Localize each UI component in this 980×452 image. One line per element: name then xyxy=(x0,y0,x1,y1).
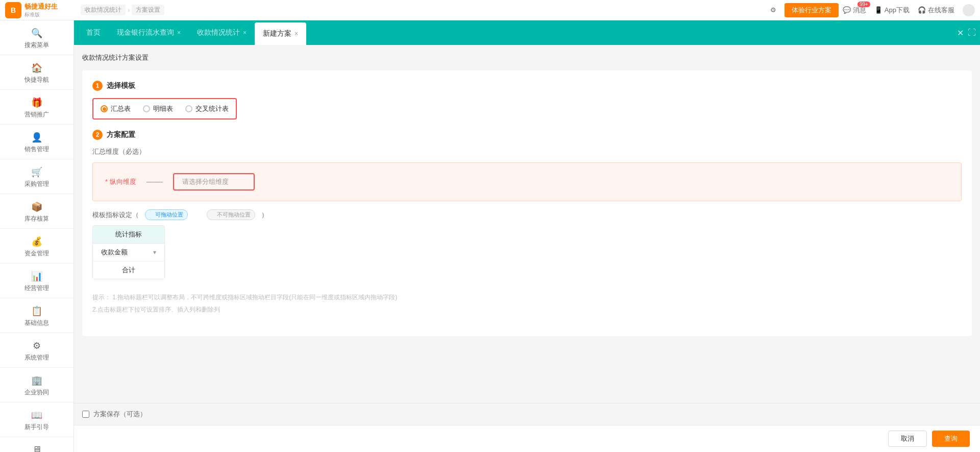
sidebar: 🔍 搜索菜单 🏠 快捷导航 🎁 营销推广 👤 销售管理 🛒 采购管理 📦 库存核… xyxy=(0,20,74,452)
metrics-row1: 收款金额 ▾ xyxy=(93,244,164,261)
tip-2: 2.点击标题栏下拉可设置排序、插入列和删除列 xyxy=(92,303,962,316)
main-layout: 🔍 搜索菜单 🏠 快捷导航 🎁 营销推广 👤 销售管理 🛒 采购管理 📦 库存核… xyxy=(0,20,980,452)
tab-expand-icon[interactable]: ⛶ xyxy=(968,28,976,38)
system-icon: ⚙ xyxy=(33,340,41,351)
step1-section: 1 选择模板 汇总表 明细表 xyxy=(92,81,962,120)
search-icon: 🔍 xyxy=(31,28,42,39)
tab-bank-close[interactable]: × xyxy=(177,29,181,36)
draggable-badge: 可拖动位置 xyxy=(145,209,188,220)
tab-close-all-icon[interactable]: ✕ xyxy=(957,28,964,38)
sidebar-item-system[interactable]: ⚙ 系统管理 xyxy=(0,333,74,368)
tab-collection-label: 收款情况统计 xyxy=(197,28,240,37)
vertical-label: * 纵向维度 xyxy=(105,177,136,186)
tab-collection-close[interactable]: × xyxy=(243,29,247,36)
sidebar-label-search: 搜索菜单 xyxy=(24,41,49,50)
save-checkbox[interactable] xyxy=(82,411,89,418)
sidebar-item-basic[interactable]: 📋 基础信息 xyxy=(0,298,74,333)
tab-new-plan[interactable]: 新建方案 × xyxy=(255,22,306,45)
sidebar-item-finance[interactable]: 💰 资金管理 xyxy=(0,229,74,264)
message-item[interactable]: 💬 消息 99+ xyxy=(843,6,866,15)
tab-collection[interactable]: 收款情况统计 × xyxy=(189,20,255,45)
logo-sub: 标准版 xyxy=(24,11,58,18)
marketing-icon: 🎁 xyxy=(31,97,42,108)
query-button[interactable]: 查询 xyxy=(932,431,970,447)
radio-cross[interactable]: 交叉统计表 xyxy=(185,104,229,113)
logo: B 畅捷通好生 标准版 xyxy=(5,2,77,18)
dimension-select[interactable]: 请选择分组维度 xyxy=(173,173,255,191)
page-content: 收款情况统计方案设置 1 选择模板 汇总表 xyxy=(74,45,980,403)
tab-home-label: 首页 xyxy=(86,28,101,37)
dimension-config-title: 汇总维度（必选） xyxy=(92,147,962,156)
user-avatar[interactable] xyxy=(963,4,975,16)
trial-button[interactable]: 体验行业方案 xyxy=(785,3,839,17)
sidebar-item-management[interactable]: 📊 经营管理 xyxy=(0,264,74,298)
sidebar-item-home[interactable]: 🏠 快捷导航 xyxy=(0,55,74,90)
metrics-row1-dropdown[interactable]: ▾ xyxy=(153,249,156,256)
metrics-section: 模板指标设定（ 可拖动位置 不可拖动位置 ） 统计指标 收款金额 xyxy=(92,209,962,281)
breadcrumb-bar: 收款情况统计 › 方案设置 xyxy=(81,5,762,15)
tab-new-plan-label: 新建方案 xyxy=(263,29,291,38)
sidebar-label-marketing: 营销推广 xyxy=(24,110,49,119)
page-title: 收款情况统计方案设置 xyxy=(82,53,972,62)
sidebar-item-guide[interactable]: 📖 新手引导 xyxy=(0,402,74,437)
dimension-box: * 纵向维度 —— 请选择分组维度 xyxy=(92,162,962,201)
sidebar-item-hardware[interactable]: 🖥 智能硬件 xyxy=(0,437,74,452)
download-item[interactable]: 📱 App下载 xyxy=(874,6,910,15)
settings-icon[interactable]: ⚙ xyxy=(766,3,780,17)
support-item[interactable]: 🎧 在线客服 xyxy=(918,6,954,15)
metrics-end: ） xyxy=(261,210,268,220)
breadcrumb-text: 收款情况统计 xyxy=(81,5,126,15)
radio-summary[interactable]: 汇总表 xyxy=(101,104,131,113)
inventory-icon: 📦 xyxy=(31,201,42,212)
sidebar-label-enterprise: 企业协同 xyxy=(24,388,49,397)
config-section: 汇总维度（必选） * 纵向维度 —— 请选择分组维度 模板指标设定（ xyxy=(92,147,962,316)
sidebar-item-enterprise[interactable]: 🏢 企业协同 xyxy=(0,368,74,402)
sidebar-item-purchase[interactable]: 🛒 采购管理 xyxy=(0,159,74,194)
guide-icon: 📖 xyxy=(31,410,42,421)
sales-icon: 👤 xyxy=(31,132,42,143)
step1-header: 1 选择模板 xyxy=(92,81,962,91)
step2-header: 2 方案配置 xyxy=(92,130,962,140)
metrics-row2-text: 合计 xyxy=(122,266,135,274)
sidebar-label-sales: 销售管理 xyxy=(24,145,49,154)
save-section: 方案保存（可选） xyxy=(74,403,980,425)
purchase-icon: 🛒 xyxy=(31,166,42,178)
step1-num: 1 xyxy=(92,81,103,91)
metrics-label-text: 模板指标设定（ xyxy=(92,210,139,220)
sidebar-label-finance: 资金管理 xyxy=(24,249,49,258)
logo-text-group: 畅捷通好生 标准版 xyxy=(24,2,58,18)
cancel-button[interactable]: 取消 xyxy=(888,431,927,447)
metrics-row2: 合计 xyxy=(93,261,164,279)
sidebar-label-system: 系统管理 xyxy=(24,353,49,362)
sidebar-item-marketing[interactable]: 🎁 营销推广 xyxy=(0,90,74,125)
metrics-sep xyxy=(194,210,201,220)
logo-text: 畅捷通好生 xyxy=(24,2,58,11)
metrics-label-row: 模板指标设定（ 可拖动位置 不可拖动位置 ） xyxy=(92,209,962,220)
sidebar-item-sales[interactable]: 👤 销售管理 xyxy=(0,125,74,159)
metrics-row1-text: 收款金额 xyxy=(101,248,128,257)
sidebar-label-home: 快捷导航 xyxy=(24,76,49,84)
tab-new-plan-close[interactable]: × xyxy=(295,30,298,37)
sidebar-item-inventory[interactable]: 📦 库存核算 xyxy=(0,194,74,229)
sidebar-label-inventory: 库存核算 xyxy=(24,215,49,223)
metrics-header: 统计指标 xyxy=(93,226,164,244)
tip-1: 提示： 1.拖动标题栏可以调整布局，不可跨维度或指标区域拖动栏目字段(只能在同一… xyxy=(92,291,962,303)
breadcrumb-sub: 方案设置 xyxy=(132,5,164,15)
save-label: 方案保存（可选） xyxy=(93,410,146,419)
radio-summary-circle xyxy=(101,105,108,112)
metrics-table: 统计指标 收款金额 ▾ 合计 xyxy=(92,225,165,279)
sidebar-label-guide: 新手引导 xyxy=(24,423,49,432)
tab-bank[interactable]: 现金银行流水查询 × xyxy=(109,20,189,45)
form-card: 1 选择模板 汇总表 明细表 xyxy=(82,70,972,336)
home-icon: 🏠 xyxy=(31,62,42,74)
sidebar-item-search[interactable]: 🔍 搜索菜单 xyxy=(0,20,74,55)
radio-summary-label: 汇总表 xyxy=(111,104,131,113)
sidebar-label-management: 经营管理 xyxy=(24,284,49,293)
radio-detail[interactable]: 明细表 xyxy=(143,104,173,113)
sidebar-label-purchase: 采购管理 xyxy=(24,180,49,188)
tab-bank-label: 现金银行流水查询 xyxy=(117,28,174,37)
breadcrumb-arrow: › xyxy=(128,6,130,14)
message-badge: 99+ xyxy=(857,2,870,7)
tips-section: 提示： 1.拖动标题栏可以调整布局，不可跨维度或指标区域拖动栏目字段(只能在同一… xyxy=(92,291,962,316)
tab-home[interactable]: 首页 xyxy=(78,20,109,45)
